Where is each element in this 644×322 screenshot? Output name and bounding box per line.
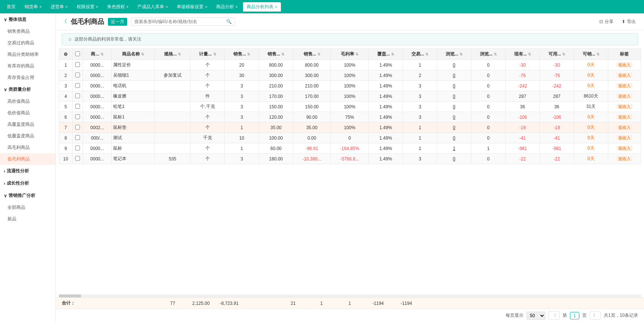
sidebar-item-all-products[interactable]: 全部商品 [0, 202, 55, 213]
sidebar-item-traded-products[interactable]: 交易过的商品 [0, 37, 55, 49]
th-checkbox[interactable] [73, 49, 83, 60]
row-browse1[interactable]: 0 [437, 122, 471, 133]
per-page-select[interactable]: 50 100 200 [526, 312, 545, 320]
row-checkbox[interactable] [73, 81, 83, 91]
sidebar-item-sales-products[interactable]: 销售类商品 [0, 26, 55, 37]
nav-home[interactable]: 首页 [3, 2, 19, 12]
sidebar-group-overall[interactable]: ∨ 整体信息 [0, 13, 55, 26]
row-select-checkbox[interactable] [75, 156, 80, 161]
next-page-button[interactable]: 〉 [590, 311, 601, 320]
row-browse1[interactable]: 0 [437, 112, 471, 122]
sidebar-item-low-profit[interactable]: 低毛利商品 [0, 153, 55, 165]
totals-browse1: 1 [310, 301, 333, 306]
table-row: 3 0000... 电话机 个 3 210.00 210.00 100% 1.4… [59, 81, 641, 91]
search-input[interactable] [134, 19, 224, 24]
row-name[interactable]: 铅笔1 [112, 102, 155, 112]
row-checkbox[interactable] [73, 60, 83, 70]
row-name[interactable]: 笔记本 [112, 154, 155, 164]
row-select-checkbox[interactable] [75, 114, 80, 119]
nav-role[interactable]: 角色授权 × [103, 2, 132, 12]
close-icon[interactable]: × [96, 5, 98, 9]
nav-permission[interactable]: 权限设置 × [73, 2, 102, 12]
row-checkbox[interactable] [73, 102, 83, 112]
close-icon[interactable]: × [65, 5, 68, 9]
row-current-stock: -981 [506, 143, 540, 154]
prev-page-button[interactable]: 〈 [548, 311, 560, 320]
horizontal-scrollbar[interactable] [59, 294, 641, 297]
row-select-checkbox[interactable] [75, 73, 80, 77]
row-browse1[interactable]: 0 [437, 81, 471, 91]
sidebar-group-cluster[interactable]: ∨ 类群量分析 [0, 83, 55, 96]
search-icon[interactable]: 🔍 [226, 19, 232, 24]
row-select-checkbox[interactable] [75, 83, 80, 88]
share-button[interactable]: ⊡ 分享 [597, 17, 616, 26]
select-all-checkbox[interactable] [75, 51, 80, 56]
export-button[interactable]: ⬆ 导出 [619, 17, 638, 26]
nav-purchase[interactable]: 进货单 × [47, 2, 71, 12]
nav-sales[interactable]: 销货单 × [21, 2, 45, 12]
row-name[interactable]: 属性定价 [112, 60, 155, 70]
row-select-checkbox[interactable] [75, 62, 80, 67]
scrollbar-thumb [59, 294, 81, 297]
sidebar-collapse-button[interactable]: 《 [62, 18, 67, 25]
row-browse1[interactable]: 0 [437, 91, 471, 102]
row-code: 0000... [83, 154, 112, 164]
row-name[interactable]: 鼠标垫 [112, 122, 155, 133]
row-sales-profit: 210.00 [293, 81, 331, 91]
row-name[interactable]: 橡皮擦 [112, 91, 155, 102]
th-settings[interactable]: ⚙ [59, 49, 73, 60]
sidebar-item-high-profit[interactable]: 高毛利商品 [0, 142, 55, 153]
row-name[interactable]: 吴细细1 [112, 70, 155, 81]
row-name[interactable]: 测试 [112, 133, 155, 143]
sidebar-item-category-rate[interactable]: 商品分类助销率 [0, 49, 55, 60]
row-browse1[interactable]: 1 [437, 143, 471, 154]
close-icon[interactable]: × [236, 5, 238, 9]
nav-template[interactable]: 单据模板设置 × [173, 2, 211, 12]
row-sales-qty: 20 [225, 60, 259, 70]
row-select-checkbox[interactable] [75, 135, 80, 140]
row-checkbox[interactable] [73, 112, 83, 122]
nav-product-entry[interactable]: 产成品入库单 × [134, 2, 172, 12]
close-icon[interactable]: × [39, 5, 42, 9]
row-select-checkbox[interactable] [75, 104, 80, 109]
row-name[interactable]: 电话机 [112, 81, 155, 91]
totals-usable: -1194 [395, 301, 417, 306]
sidebar-item-low-coverage[interactable]: 低覆盖度商品 [0, 130, 55, 142]
row-browse1[interactable]: 0 [437, 70, 471, 81]
close-icon[interactable]: × [126, 5, 129, 9]
row-select-checkbox[interactable] [75, 125, 80, 130]
row-select-checkbox[interactable] [75, 93, 80, 98]
nav-analysis-list[interactable]: 商品分析列表 × [243, 2, 281, 12]
sidebar-item-high-value[interactable]: 高价值商品 [0, 96, 55, 107]
date-badge[interactable]: 近一月 [108, 18, 127, 26]
sidebar-item-new-products[interactable]: 新品 [0, 213, 55, 225]
row-usable: -242 [540, 81, 574, 91]
row-checkbox[interactable] [73, 70, 83, 81]
row-sales-price: 210.00 [259, 81, 293, 91]
close-icon[interactable]: × [275, 5, 277, 9]
row-spec [154, 102, 190, 112]
row-checkbox[interactable] [73, 91, 83, 102]
row-select-checkbox[interactable] [75, 146, 80, 150]
sidebar-item-in-stock[interactable]: 有库存的商品 [0, 60, 55, 72]
sidebar-item-high-coverage[interactable]: 高覆盖度商品 [0, 119, 55, 130]
sidebar-group-circulation[interactable]: › 流通性分析 [0, 165, 55, 177]
row-checkbox[interactable] [73, 154, 83, 164]
close-icon[interactable]: × [205, 5, 207, 9]
row-checkbox[interactable] [73, 122, 83, 133]
row-checkbox[interactable] [73, 143, 83, 154]
sidebar-group-growth[interactable]: › 成长性分析 [0, 177, 55, 189]
row-browse1[interactable]: 0 [437, 154, 471, 164]
row-browse1[interactable]: 0 [437, 133, 471, 143]
nav-analysis[interactable]: 商品分析 × [212, 2, 241, 12]
close-icon[interactable]: × [166, 5, 168, 9]
sidebar-group-marketing[interactable]: ∨ 营销推广分析 [0, 189, 55, 202]
table-row: 4 0000... 橡皮擦 件 3 170.00 170.00 100% 1.4… [59, 91, 641, 102]
row-browse1[interactable]: 0 [437, 102, 471, 112]
row-browse1[interactable]: 0 [437, 60, 471, 70]
sidebar-item-stock-capital[interactable]: 库存资金占用 [0, 72, 55, 83]
row-name[interactable]: 鼠标 [112, 143, 155, 154]
sidebar-item-low-value[interactable]: 低价值商品 [0, 107, 55, 119]
row-checkbox[interactable] [73, 133, 83, 143]
row-name[interactable]: 鼠标1 [112, 112, 155, 122]
